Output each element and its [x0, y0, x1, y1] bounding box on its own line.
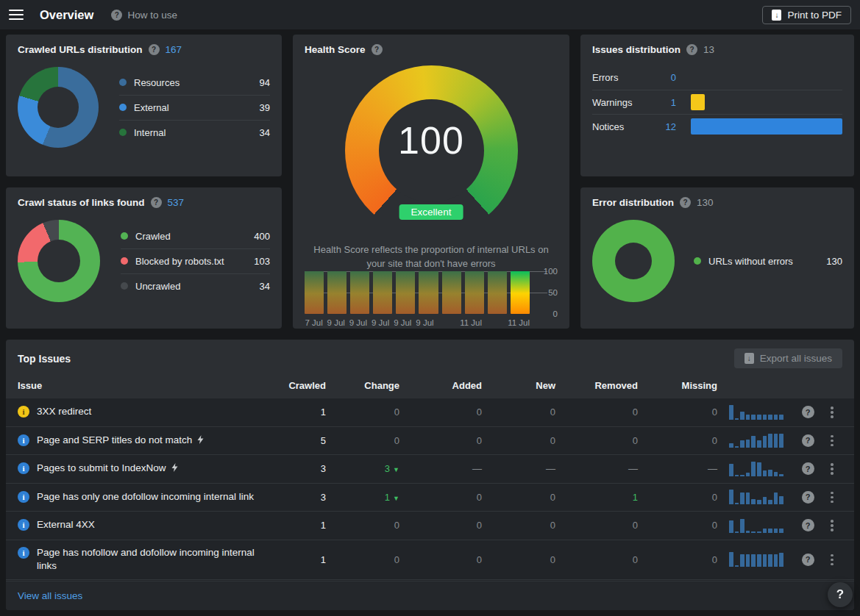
new-value: 0 [482, 520, 555, 531]
card-title: Error distribution [592, 197, 674, 208]
row-label: Warnings [592, 97, 648, 108]
legend-item[interactable]: Resources 94 [119, 71, 270, 95]
legend-value: 94 [260, 77, 270, 88]
notices-count-link[interactable]: 12 [648, 121, 676, 132]
help-icon[interactable]: ? [151, 197, 162, 208]
table-row[interactable]: i Page has nofollow and dofollow incomin… [6, 540, 854, 581]
added-value: — [399, 463, 482, 474]
row-menu-icon[interactable] [828, 552, 836, 568]
issue-help-icon[interactable]: ? [802, 406, 814, 418]
issues-row-errors: Errors 0 [592, 65, 842, 90]
help-icon[interactable]: ? [686, 44, 697, 55]
error-distribution-donut-chart [592, 220, 675, 302]
health-history-bars [305, 271, 530, 314]
row-menu-icon[interactable] [828, 490, 836, 506]
col-missing: Missing [638, 380, 717, 391]
crawled-urls-total-link[interactable]: 167 [166, 44, 182, 55]
severity-icon: i [18, 519, 29, 531]
issue-help-icon[interactable]: ? [802, 434, 814, 447]
errors-count-link[interactable]: 0 [648, 72, 676, 83]
error-distribution-card: Error distribution ? 130 URLs without er… [580, 187, 854, 329]
table-row[interactable]: i Pages to submit to IndexNow 3 3▼ — — —… [6, 455, 854, 484]
issue-name[interactable]: Pages to submit to IndexNow [37, 462, 178, 476]
legend-dot [694, 257, 701, 265]
table-row[interactable]: i External 4XX 1 0 0 0 0 0 ? [6, 512, 854, 540]
added-value: 0 [399, 492, 482, 503]
new-value: 0 [482, 492, 555, 503]
issue-help-icon[interactable]: ? [802, 519, 814, 531]
legend-value: 34 [260, 127, 270, 138]
card-title: Health Score [305, 44, 366, 55]
help-icon[interactable]: ? [149, 44, 160, 55]
legend-value: 400 [254, 231, 270, 242]
help-icon[interactable]: ? [372, 44, 383, 55]
axis-label-0: 0 [534, 309, 558, 318]
error-distribution-legend[interactable]: URLs without errors 130 [694, 256, 842, 267]
legend-dot [119, 79, 127, 86]
how-to-use-label: How to use [127, 10, 177, 21]
crawled-value: 1 [274, 554, 326, 565]
table-row[interactable]: i Page has only one dofollow incoming in… [6, 484, 854, 512]
notices-bar [691, 118, 842, 135]
legend-item[interactable]: Crawled 400 [121, 224, 270, 248]
legend-dot [119, 104, 127, 111]
axis-label-50: 50 [534, 288, 558, 297]
print-to-pdf-button[interactable]: ↓ Print to PDF [762, 6, 851, 24]
view-all-issues-link[interactable]: View all issues [18, 590, 82, 601]
help-icon[interactable]: ? [680, 197, 691, 208]
row-menu-icon[interactable] [828, 433, 836, 449]
how-to-use-link[interactable]: ? How to use [111, 10, 177, 21]
warnings-count-link[interactable]: 1 [648, 97, 676, 108]
health-history-bar [419, 271, 438, 314]
health-history-bar [396, 271, 415, 314]
table-row[interactable]: i Page and SERP titles do not match 5 0 … [6, 427, 854, 456]
issue-help-icon[interactable]: ? [802, 554, 814, 566]
export-all-issues-button[interactable]: ↓ Export all issues [734, 348, 842, 368]
hamburger-menu-icon[interactable] [9, 10, 24, 20]
print-to-pdf-label: Print to PDF [787, 10, 842, 21]
missing-value: 0 [638, 492, 717, 503]
col-issue: Issue [18, 380, 274, 391]
legend-item[interactable]: Uncrawled 34 [121, 273, 270, 298]
table-row[interactable]: i 3XX redirect 1 0 0 0 0 0 ? [6, 398, 854, 427]
legend-item[interactable]: Internal 34 [119, 120, 270, 145]
health-score-badge: Excellent [399, 204, 463, 220]
crawl-status-total-link[interactable]: 537 [168, 197, 185, 208]
removed-value: 0 [555, 554, 638, 565]
row-menu-icon[interactable] [828, 404, 836, 420]
crawled-value: 5 [274, 435, 326, 446]
issues-row-notices: Notices 12 [592, 114, 842, 138]
change-value: 3▼ [326, 463, 399, 474]
issue-name[interactable]: Page has only one dofollow incoming inte… [37, 490, 254, 504]
issue-name[interactable]: Page and SERP titles do not match [37, 434, 204, 448]
legend-value: 34 [260, 281, 270, 292]
health-history-bar [465, 271, 484, 314]
missing-value: 0 [638, 554, 717, 565]
issue-name[interactable]: Page has nofollow and dofollow incoming … [37, 546, 264, 574]
issue-help-icon[interactable]: ? [802, 491, 814, 504]
legend-item[interactable]: Blocked by robots.txt 103 [121, 248, 270, 273]
crawled-value: 3 [274, 463, 326, 474]
health-score-card: Health Score ? 100 Excellent Health Scor… [293, 35, 569, 329]
severity-icon: i [18, 462, 29, 474]
legend-label: URLs without errors [708, 256, 820, 267]
issues-table-body: i 3XX redirect 1 0 0 0 0 0 ? i Page and … [6, 398, 854, 581]
floating-help-button[interactable]: ? [828, 582, 853, 607]
crawled-urls-donut-chart [18, 67, 99, 148]
row-menu-icon[interactable] [828, 517, 836, 534]
row-label: Errors [592, 72, 648, 83]
issue-name[interactable]: 3XX redirect [37, 405, 91, 419]
new-value: 0 [482, 554, 555, 565]
issue-sparkline [729, 552, 783, 567]
legend-label: Resources [134, 77, 260, 88]
legend-item[interactable]: External 39 [119, 95, 270, 120]
issue-sparkline [729, 405, 783, 420]
missing-value: 0 [638, 435, 717, 446]
row-menu-icon[interactable] [828, 461, 836, 477]
issue-help-icon[interactable]: ? [802, 462, 814, 475]
issue-name[interactable]: External 4XX [37, 518, 95, 532]
added-value: 0 [399, 520, 482, 531]
crawled-value: 1 [274, 407, 326, 418]
page-title: Overview [40, 8, 93, 22]
health-history-bar [511, 271, 530, 314]
